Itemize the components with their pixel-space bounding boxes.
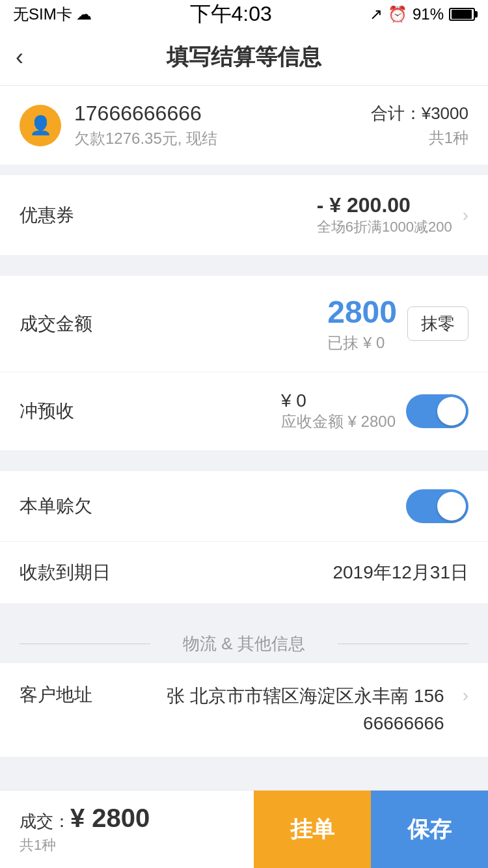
prepay-value: ¥ 0 bbox=[281, 390, 396, 411]
nav-bar: ‹ 填写结算等信息 bbox=[0, 29, 488, 86]
total-count: 共1种 bbox=[371, 128, 468, 148]
status-time: 下午4:03 bbox=[190, 0, 272, 29]
bottom-deal-value: ¥ 2800 bbox=[70, 804, 150, 832]
prepay-sub: 应收金额 ¥ 2800 bbox=[281, 411, 396, 432]
coupon-label: 优惠券 bbox=[20, 203, 74, 228]
separator-2 bbox=[0, 461, 488, 471]
due-date-value: 2019年12月31日 bbox=[332, 560, 468, 585]
prepay-row: 冲预收 ¥ 0 应收金额 ¥ 2800 bbox=[0, 372, 488, 450]
battery-label: 91% bbox=[413, 5, 444, 23]
deal-section: 成交金额 2800 已抹 ¥ 0 抹零 冲预收 ¥ 0 应收金额 ¥ 2800 bbox=[0, 276, 488, 450]
due-date-label: 收款到期日 bbox=[20, 560, 111, 585]
due-date-row: 收款到期日 2019年12月31日 bbox=[0, 542, 488, 603]
deal-prefix: 成交： bbox=[20, 811, 70, 831]
total-label: 合计：¥3000 bbox=[371, 102, 468, 125]
deal-amount-value: 2800 bbox=[327, 294, 397, 330]
coupon-row[interactable]: 优惠券 - ¥ 200.00 全场6折满1000减200 › bbox=[0, 175, 488, 255]
address-section: 客户地址 张 北京市市辖区海淀区永丰南 156 66666666 › bbox=[0, 663, 488, 757]
bottom-deal-label: 成交：¥ 2800 bbox=[20, 804, 234, 833]
coupon-chevron-icon: › bbox=[463, 205, 468, 226]
customer-card: 👤 17666666666 欠款1276.35元, 现结 合计：¥3000 共1… bbox=[0, 86, 488, 165]
debt-label: 本单赊欠 bbox=[20, 494, 92, 519]
avatar: 👤 bbox=[20, 105, 61, 146]
divider-text: 物流 & 其他信息 bbox=[183, 632, 305, 655]
coupon-right: - ¥ 200.00 全场6折满1000减200 › bbox=[317, 193, 468, 237]
save-button[interactable]: 保存 bbox=[371, 791, 488, 869]
bottom-info: 成交：¥ 2800 共1种 bbox=[0, 804, 254, 855]
separator-3 bbox=[0, 614, 488, 624]
customer-left: 👤 17666666666 欠款1276.35元, 现结 bbox=[20, 102, 217, 149]
debt-row: 本单赊欠 bbox=[0, 471, 488, 542]
address-label: 客户地址 bbox=[20, 683, 98, 707]
address-row[interactable]: 客户地址 张 北京市市辖区海淀区永丰南 156 66666666 › bbox=[0, 663, 488, 757]
deal-amount-right: 2800 已抹 ¥ 0 抹零 bbox=[327, 294, 468, 353]
debt-toggle-knob bbox=[437, 492, 466, 521]
deal-amount-row: 成交金额 2800 已抹 ¥ 0 抹零 bbox=[0, 276, 488, 372]
deal-sub: 已抹 ¥ 0 bbox=[327, 332, 397, 353]
status-right: ↗ ⏰ 91% bbox=[370, 5, 475, 23]
customer-right: 合计：¥3000 共1种 bbox=[371, 102, 468, 148]
prepay-right: ¥ 0 应收金额 ¥ 2800 bbox=[281, 390, 468, 432]
toggle-knob bbox=[437, 397, 466, 426]
page-title: 填写结算等信息 bbox=[167, 42, 321, 72]
divider-line-right bbox=[338, 644, 468, 644]
coupon-discount: - ¥ 200.00 bbox=[317, 193, 452, 217]
coupon-section: 优惠券 - ¥ 200.00 全场6折满1000减200 › bbox=[0, 175, 488, 255]
bottom-bar: 成交：¥ 2800 共1种 挂单 保存 bbox=[0, 790, 488, 868]
deal-amount-label: 成交金额 bbox=[20, 312, 92, 336]
status-left: 无SIM卡 ☁ bbox=[13, 4, 92, 25]
debt-toggle[interactable] bbox=[406, 489, 468, 523]
content-area: 👤 17666666666 欠款1276.35元, 现结 合计：¥3000 共1… bbox=[0, 86, 488, 868]
separator-1 bbox=[0, 265, 488, 276]
address-value: 张 北京市市辖区海淀区永丰南 156 66666666 bbox=[98, 683, 452, 737]
divider-line-left bbox=[20, 644, 150, 644]
round-button[interactable]: 抹零 bbox=[407, 306, 468, 341]
section-divider: 物流 & 其他信息 bbox=[0, 624, 488, 663]
status-bar: 无SIM卡 ☁ 下午4:03 ↗ ⏰ 91% bbox=[0, 0, 488, 29]
avatar-icon: 👤 bbox=[29, 115, 52, 136]
customer-sub: 欠款1276.35元, 现结 bbox=[74, 128, 217, 149]
back-button[interactable]: ‹ bbox=[16, 44, 23, 71]
hang-button[interactable]: 挂单 bbox=[254, 791, 371, 869]
sim-label: 无SIM卡 ☁ bbox=[13, 4, 92, 25]
debt-right bbox=[406, 489, 468, 523]
location-icon: ↗ bbox=[370, 5, 383, 23]
address-chevron-icon: › bbox=[463, 685, 468, 706]
battery-icon bbox=[449, 8, 475, 21]
prepay-label: 冲预收 bbox=[20, 399, 74, 424]
debt-section: 本单赊欠 收款到期日 2019年12月31日 bbox=[0, 471, 488, 603]
customer-phone: 17666666666 bbox=[74, 102, 217, 126]
coupon-sub: 全场6折满1000减200 bbox=[317, 217, 452, 237]
prepay-toggle[interactable] bbox=[406, 394, 468, 428]
alarm-icon: ⏰ bbox=[388, 5, 407, 23]
bottom-count: 共1种 bbox=[20, 835, 234, 855]
customer-info: 17666666666 欠款1276.35元, 现结 bbox=[74, 102, 217, 149]
address-right: 张 北京市市辖区海淀区永丰南 156 66666666 › bbox=[98, 683, 468, 737]
